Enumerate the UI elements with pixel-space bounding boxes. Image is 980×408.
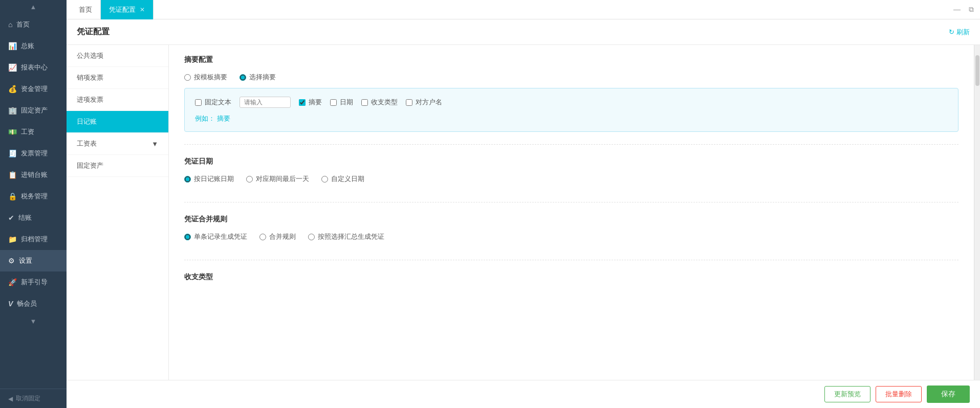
- tab-close-icon[interactable]: ✕: [140, 6, 145, 13]
- scrollbar-thumb[interactable]: [975, 55, 979, 86]
- tab-voucher-config[interactable]: 凭证配置 ✕: [101, 0, 154, 19]
- sidebar-item-assets[interactable]: 🏢 固定资产: [0, 100, 67, 121]
- sidebar-scroll-down[interactable]: ▼: [0, 314, 67, 328]
- check-counterparty-input[interactable]: [406, 99, 412, 106]
- sidebar-item-tax[interactable]: 🔒 税务管理: [0, 186, 67, 207]
- archive-icon: 📁: [8, 235, 17, 243]
- radio-merge-input[interactable]: [259, 234, 266, 240]
- left-nav-journal-label: 日记账: [77, 117, 97, 126]
- main-area: 首页 凭证配置 ✕ — ⧉ 凭证配置 ↻ 刷新 公共选项 销项发票 进: [67, 0, 980, 408]
- check-payment-type-input[interactable]: [361, 99, 368, 106]
- sidebar-item-ledger[interactable]: 📊 总账: [0, 35, 67, 57]
- radio-period-last[interactable]: 对应期间最后一天: [246, 174, 309, 184]
- sidebar-item-settle[interactable]: ✔ 结账: [0, 207, 67, 229]
- radio-period-last-input[interactable]: [246, 176, 253, 183]
- radio-custom-date-input[interactable]: [321, 176, 328, 183]
- income-type-section: 收支类型: [184, 273, 959, 302]
- fixed-text-input[interactable]: [239, 97, 291, 108]
- left-nav-fixed-assets[interactable]: 固定资产: [67, 155, 168, 177]
- sidebar-item-archive[interactable]: 📁 归档管理: [0, 229, 67, 250]
- check-fixed-text[interactable]: 固定文本: [195, 98, 231, 107]
- left-nav-journal[interactable]: 日记账: [67, 111, 168, 133]
- radio-journal-date[interactable]: 按日记账日期: [184, 174, 234, 184]
- scrollbar-track[interactable]: [974, 45, 980, 380]
- check-summary-input[interactable]: [299, 99, 306, 106]
- check-date[interactable]: 日期: [330, 98, 353, 107]
- sidebar-item-label: 设置: [19, 256, 32, 265]
- radio-custom-date-label: 自定义日期: [331, 174, 364, 184]
- income-type-title: 收支类型: [184, 273, 959, 282]
- sidebar: ▲ ⌂ 首页 📊 总账 📈 报表中心 💰 资金管理 🏢 固定资产 💵 工资 🧾 …: [0, 0, 67, 408]
- radio-select-input[interactable]: [239, 74, 246, 81]
- radio-journal-date-input[interactable]: [184, 176, 191, 183]
- save-button[interactable]: 保存: [927, 386, 970, 403]
- check-payment-type[interactable]: 收支类型: [361, 98, 398, 107]
- left-nav-payroll-label: 工资表: [77, 139, 97, 148]
- batch-delete-button[interactable]: 批量删除: [876, 386, 922, 402]
- tab-home-label: 首页: [79, 5, 92, 14]
- left-nav-public[interactable]: 公共选项: [67, 45, 168, 67]
- member-icon: V: [8, 300, 13, 308]
- tab-home[interactable]: 首页: [71, 0, 101, 19]
- funds-icon: 💰: [8, 85, 17, 93]
- sidebar-item-label: 发票管理: [21, 149, 48, 158]
- sidebar-item-salary[interactable]: 💵 工资: [0, 121, 67, 143]
- sidebar-item-label: 归档管理: [21, 235, 48, 244]
- sidebar-item-invoice-mgmt[interactable]: 🧾 发票管理: [0, 143, 67, 164]
- sidebar-item-reports[interactable]: 📈 报表中心: [0, 57, 67, 78]
- example-value: 摘要: [217, 115, 230, 122]
- left-nav-purchase-invoice[interactable]: 进项发票: [67, 89, 168, 111]
- summary-checkboxes: 固定文本 摘要 日期 收支类型: [195, 97, 948, 108]
- update-preview-button[interactable]: 更新预览: [824, 386, 870, 402]
- check-counterparty[interactable]: 对方户名: [406, 98, 442, 107]
- sidebar-item-label: 结账: [18, 213, 32, 222]
- left-nav-sales-invoice[interactable]: 销项发票: [67, 67, 168, 89]
- radio-select-merge-input[interactable]: [308, 234, 315, 240]
- example-prefix: 例如：: [195, 115, 215, 122]
- sidebar-scroll-up[interactable]: ▲: [0, 0, 67, 14]
- sidebar-item-guide[interactable]: 🚀 新手引导: [0, 271, 67, 293]
- sidebar-item-label: 报表中心: [21, 63, 48, 72]
- check-summary-label: 摘要: [309, 98, 322, 107]
- check-summary[interactable]: 摘要: [299, 98, 322, 107]
- bottom-bar: 更新预览 批量删除 保存: [67, 380, 980, 408]
- cancel-pin-button[interactable]: ◀ 取消固定: [0, 389, 67, 408]
- invoice-mgmt-icon: 🧾: [8, 149, 17, 157]
- check-fixed-text-input[interactable]: [195, 99, 202, 106]
- window-minimize-icon[interactable]: —: [951, 4, 963, 15]
- sidebar-item-funds[interactable]: 💰 资金管理: [0, 78, 67, 100]
- radio-single[interactable]: 单条记录生成凭证: [184, 232, 247, 241]
- left-nav: 公共选项 销项发票 进项发票 日记账 工资表 ▼ 固定资产: [67, 45, 169, 380]
- left-nav-payroll[interactable]: 工资表 ▼: [67, 133, 168, 155]
- check-date-input[interactable]: [330, 99, 337, 106]
- refresh-icon: ↻: [949, 28, 954, 36]
- sidebar-item-label: 固定资产: [21, 106, 48, 115]
- assets-icon: 🏢: [8, 106, 17, 115]
- settings-icon: ⚙: [8, 257, 15, 265]
- sidebar-item-sales-ledger[interactable]: 📋 进销台账: [0, 164, 67, 186]
- check-counterparty-label: 对方户名: [416, 98, 442, 107]
- merge-rules-radio-group: 单条记录生成凭证 合并规则 按照选择汇总生成凭证: [184, 232, 959, 241]
- summary-example: 例如： 摘要: [195, 114, 948, 123]
- right-content: 摘要配置 按模板摘要 选择摘要 固定文本: [169, 45, 974, 380]
- radio-single-input[interactable]: [184, 234, 191, 240]
- radio-template[interactable]: 按模板摘要: [184, 73, 227, 82]
- sidebar-item-label: 新手引导: [21, 278, 48, 287]
- sidebar-item-home[interactable]: ⌂ 首页: [0, 14, 67, 35]
- reports-icon: 📈: [8, 63, 17, 72]
- salary-icon: 💵: [8, 128, 17, 136]
- radio-select[interactable]: 选择摘要: [239, 73, 276, 82]
- sidebar-item-member[interactable]: V 畅会员: [0, 293, 67, 314]
- refresh-button[interactable]: ↻ 刷新: [949, 28, 970, 37]
- sales-ledger-icon: 📋: [8, 171, 17, 179]
- window-restore-icon[interactable]: ⧉: [967, 4, 976, 15]
- sidebar-item-label: 首页: [16, 20, 30, 29]
- sidebar-item-settings[interactable]: ⚙ 设置: [0, 250, 67, 271]
- radio-custom-date[interactable]: 自定义日期: [321, 174, 364, 184]
- radio-select-merge[interactable]: 按照选择汇总生成凭证: [308, 232, 384, 241]
- radio-template-input[interactable]: [184, 74, 191, 81]
- ledger-icon: 📊: [8, 42, 17, 50]
- radio-merge[interactable]: 合并规则: [259, 232, 296, 241]
- radio-select-merge-label: 按照选择汇总生成凭证: [318, 232, 384, 241]
- radio-merge-label: 合并规则: [269, 232, 296, 241]
